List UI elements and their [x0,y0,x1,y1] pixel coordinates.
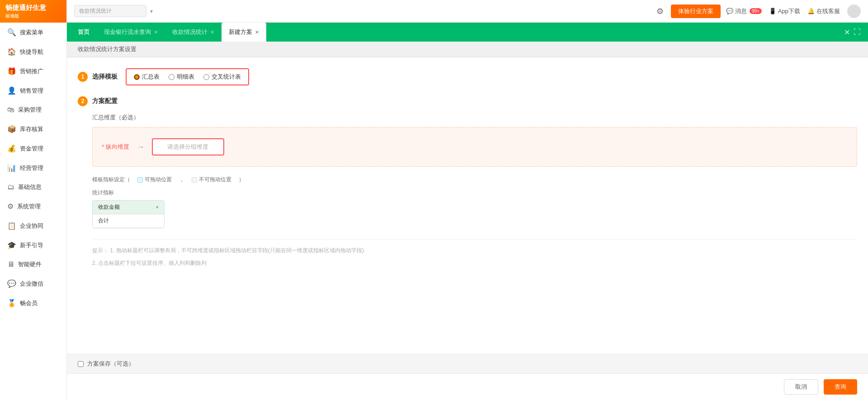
sidebar-item-member[interactable]: 🏅 畅会员 [0,293,66,313]
sidebar-item-enterprise[interactable]: 📋 企业协同 [0,216,66,235]
fixed-dot [192,177,197,183]
chart-icon: 📊 [7,164,16,172]
dimension-container: 汇总维度（必选） * 纵向维度 → 请选择分组维度 模板指标设定（ [92,113,857,276]
radio-cross-input[interactable] [203,74,209,80]
metrics-table: 收款金额 ▾ 合计 [92,200,165,228]
tab-bank-flow-label: 现金银行流水查询 [104,28,151,36]
page-title-bar: 收款情况统计方案设置 [67,42,868,57]
sidebar-item-label: 库存核算 [20,125,43,133]
search-menu-icon: 🔍 [7,28,16,37]
box-icon: 📦 [7,125,16,133]
sidebar-item-label: 基础信息 [18,183,42,191]
settings-icon: ⚙ [7,202,14,211]
sidebar-item-basic-info[interactable]: 🗂 基础信息 [0,178,66,197]
radio-summary[interactable]: 汇总表 [134,73,160,81]
tab-new-plan[interactable]: 新建方案 ✕ [222,23,266,42]
top-header: 收款情况统计 ▾ ⚙ 体验行业方案 💬 消息 99+ 📱 App下载 🔔 在线客… [67,0,868,23]
trial-button[interactable]: 体验行业方案 [671,5,721,18]
sidebar-item-inventory[interactable]: 📦 库存核算 [0,119,66,139]
radio-cross[interactable]: 交叉统计表 [203,73,241,81]
sidebar-item-newbie[interactable]: 🎓 新手引导 [0,235,66,255]
tab-receipt-stats[interactable]: 收款情况统计 ✕ [165,23,222,42]
sidebar-item-sales[interactable]: 👤 销售管理 [0,81,66,100]
sidebar-item-marketing[interactable]: 🎁 营销推广 [0,61,66,81]
medal-icon: 🏅 [7,299,16,307]
metrics-row-label: 合计 [98,217,109,224]
tab-home[interactable]: 首页 [71,23,97,42]
step2-title: 方案配置 [92,97,118,105]
sidebar-item-operation[interactable]: 📊 经营管理 [0,158,66,178]
message-label: 消息 [735,7,747,15]
tab-home-label: 首页 [78,28,90,36]
sidebar-item-label: 智能硬件 [18,260,42,268]
home-icon: 🏠 [7,47,16,56]
radio-detail[interactable]: 明细表 [169,73,194,81]
movable-hint: 可拖动位置 [137,176,172,184]
metrics-hint-label: 模板指标设定（ [92,176,130,184]
radio-summary-input[interactable] [134,74,140,80]
sidebar-item-label: 采购管理 [18,106,42,114]
sidebar-item-label: 新手引导 [20,241,43,249]
radio-detail-label: 明细表 [177,73,194,81]
gear-button[interactable]: ⚙ [655,5,665,18]
close-bank-flow-icon[interactable]: ✕ [154,29,158,35]
sidebar-item-quick-nav[interactable]: 🏠 快捷导航 [0,42,66,61]
sidebar-logo: 畅捷通好生意 标准版 [0,0,66,23]
sidebar-item-finance[interactable]: 💰 资金管理 [0,139,66,158]
sidebar-item-search-menu[interactable]: 🔍 搜索菜单 [0,23,66,42]
app-download-label: App下载 [778,7,800,15]
fixed-hint: 不可拖动位置 [192,176,231,184]
message-icon: 💬 [726,8,733,14]
clipboard-icon: 📋 [7,221,16,230]
bag-icon: 🛍 [7,106,14,114]
step1-number: 1 [78,72,88,82]
metrics-hint-close: ） [239,176,244,184]
save-option-bar: 方案保存（可选） [67,354,868,373]
close-receipt-stats-icon[interactable]: ✕ [210,29,214,35]
tab-bar-controls: ✕ ⛶ [844,28,864,37]
message-button[interactable]: 💬 消息 99+ [726,7,762,15]
page-title: 收款情况统计方案设置 [78,46,137,52]
tab-bank-flow[interactable]: 现金银行流水查询 ✕ [97,23,165,42]
user-avatar[interactable] [847,5,861,18]
cancel-button[interactable]: 取消 [784,379,818,395]
metrics-hint: 模板指标设定（ 可拖动位置 ， 不可拖动位置 ） [92,176,857,184]
close-new-plan-icon[interactable]: ✕ [255,29,259,35]
tab-close-all-icon[interactable]: ✕ [844,28,850,37]
sidebar-item-wechat[interactable]: 💬 企业微信 [0,274,66,293]
sidebar-item-system[interactable]: ⚙ 系统管理 [0,197,66,216]
metrics-hint-sep: ， [179,176,184,184]
save-checkbox[interactable] [78,361,84,367]
metrics-header-label: 收款金额 [98,203,120,211]
breadcrumb-arrow-icon: ▾ [150,8,153,14]
metrics-table-header: 收款金额 ▾ [93,201,164,214]
tab-bar: 首页 现金银行流水查询 ✕ 收款情况统计 ✕ 新建方案 ✕ ✕ ⛶ [67,23,868,42]
step2-number: 2 [78,96,88,106]
metrics-section: 模板指标设定（ 可拖动位置 ， 不可拖动位置 ） [92,176,857,228]
footer-bar: 取消 查询 [67,373,868,400]
step1-header: 1 选择模板 汇总表 明细表 [78,68,857,85]
sidebar-item-label: 经营管理 [20,164,43,172]
tab-expand-icon[interactable]: ⛶ [854,28,861,36]
sidebar-item-label: 资金管理 [20,145,43,153]
query-button[interactable]: 查询 [824,379,857,395]
fixed-label: 不可拖动位置 [199,176,231,184]
dimension-row: * 纵向维度 → 请选择分组维度 [102,138,848,155]
radio-detail-input[interactable] [169,74,175,80]
step1-section: 1 选择模板 汇总表 明细表 [78,68,857,85]
metrics-section-label: 统计指标 [92,189,857,197]
online-service-button[interactable]: 🔔 在线客服 [807,7,840,15]
service-icon: 🔔 [807,8,815,14]
monitor-icon: 🖥 [7,260,14,268]
sidebar-item-smart-hw[interactable]: 🖥 智能硬件 [0,255,66,274]
graduation-icon: 🎓 [7,241,16,249]
metrics-dropdown-icon[interactable]: ▾ [156,204,159,210]
user-icon: 👤 [7,86,16,95]
sidebar-item-purchase[interactable]: 🛍 采购管理 [0,100,66,119]
logo-name: 畅捷通好生意 [5,4,46,12]
app-download-button[interactable]: 📱 App下载 [769,7,800,15]
dimension-placeholder[interactable]: 请选择分组维度 [152,138,224,155]
template-options-box: 汇总表 明细表 交叉统计表 [126,68,249,85]
sidebar-item-label: 企业微信 [20,280,43,288]
money-icon: 💰 [7,144,16,153]
